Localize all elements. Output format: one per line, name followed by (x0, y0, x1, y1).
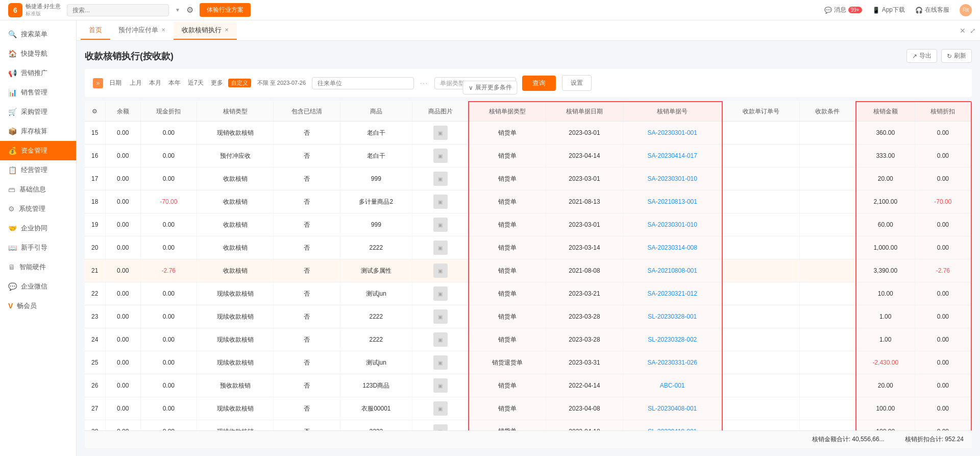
row-bill-no[interactable]: SA-20230301-010 (623, 213, 722, 236)
sidebar-item-sales[interactable]: 📊 销售管理 (0, 83, 76, 102)
sidebar-item-nav[interactable]: 🏠 快捷导航 (0, 44, 76, 63)
bill-no-link[interactable]: SA-20230301-010 (647, 221, 697, 228)
row-collection-condition (799, 420, 856, 431)
row-verify-amount: 333.00 (856, 145, 915, 167)
row-goods: 老白干 (340, 145, 412, 167)
online-service-link[interactable]: 🎧 在线客服 (915, 6, 949, 14)
row-bill-no[interactable]: SA-20210808-001 (623, 259, 722, 282)
bill-no-link[interactable]: SA-20230301-010 (647, 175, 697, 182)
top-search-input[interactable] (67, 4, 169, 16)
query-button[interactable]: 查询 (522, 76, 556, 91)
row-bill-no[interactable]: SL-20230328-002 (623, 328, 722, 351)
row-num: 16 (85, 145, 105, 167)
row-verify-amount: 10.00 (856, 282, 915, 305)
bill-no-link[interactable]: SA-20230301-001 (647, 129, 697, 136)
trial-button[interactable]: 体验行业方案 (200, 3, 251, 17)
bill-no-link[interactable]: SA-20230321-012 (647, 290, 697, 297)
page-header: 收款核销执行(按收款) ↗ 导出 ↻ 刷新 (85, 49, 972, 63)
filter-area: » 日期 上月 本月 本年 近7天 更多 自定义 不限 至 2023-07-26… (85, 69, 972, 97)
row-bill-no[interactable]: SL-20230328-001 (623, 305, 722, 328)
row-bill-no[interactable]: SL-20230418-001 (623, 420, 722, 431)
filter-toggle-button[interactable]: » (93, 78, 103, 88)
sidebar-item-guide[interactable]: 📖 新手引导 (0, 238, 76, 257)
row-num: 18 (85, 190, 105, 213)
app-download-link[interactable]: 📱 App下载 (872, 6, 905, 14)
date-last-month[interactable]: 上月 (128, 78, 144, 88)
bill-no-link[interactable]: SL-20230408-001 (648, 405, 697, 412)
row-verify-discount: -2.76 (915, 259, 971, 282)
sidebar-label-basic: 基础信息 (19, 185, 46, 194)
row-goods-img: ▣ (412, 282, 469, 305)
sidebar-item-finance[interactable]: 💰 资金管理 (0, 141, 76, 160)
tab-collection-close[interactable]: ✕ (225, 27, 229, 33)
date-this-year[interactable]: 本年 (166, 78, 183, 88)
row-bill-no[interactable]: SA-20230301-001 (623, 122, 722, 145)
tab-prepay[interactable]: 预付冲应付单 ✕ (110, 21, 174, 40)
sidebar-item-collab[interactable]: 🤝 企业协同 (0, 219, 76, 238)
search-dropdown-icon[interactable]: ▼ (175, 7, 180, 13)
row-num: 17 (85, 167, 105, 190)
sidebar-item-system[interactable]: ⚙ 系统管理 (0, 199, 76, 219)
tab-collection[interactable]: 收款核销执行 ✕ (174, 21, 237, 40)
row-goods: 999 (340, 213, 412, 236)
message-icon: 💬 (824, 7, 832, 14)
row-bill-type: 销货单 (469, 122, 546, 145)
row-bill-no[interactable]: SA-20210813-001 (623, 190, 722, 213)
row-verify-amount: 1.00 (856, 305, 915, 328)
row-bill-no[interactable]: SA-20230321-012 (623, 282, 722, 305)
bill-no-link[interactable]: SA-20230314-008 (647, 244, 697, 251)
bill-no-link[interactable]: SL-20230328-002 (648, 336, 697, 343)
row-verify-type: 预付冲应收 (197, 145, 274, 167)
date-more[interactable]: 更多 (209, 78, 225, 88)
row-goods: 测试jun (340, 351, 412, 374)
row-bill-no[interactable]: SA-20230331-026 (623, 351, 722, 374)
sidebar-item-inventory[interactable]: 📦 库存核算 (0, 122, 76, 141)
tab-home[interactable]: 首页 (81, 21, 110, 40)
refresh-button[interactable]: ↻ 刷新 (941, 49, 972, 63)
row-verify-discount: 0.00 (915, 305, 971, 328)
bill-no-link[interactable]: SA-20230414-017 (647, 152, 697, 159)
sidebar-item-search[interactable]: 🔍 搜索菜单 (0, 25, 76, 44)
sidebar-item-operations[interactable]: 📋 经营管理 (0, 160, 76, 180)
row-bill-date: 2023-03-28 (546, 328, 623, 351)
row-verify-amount: 360.00 (856, 122, 915, 145)
sidebar-item-purchase[interactable]: 🛒 采购管理 (0, 102, 76, 122)
sidebar-item-member[interactable]: V 畅会员 (0, 296, 76, 316)
row-collection-order (722, 145, 799, 167)
table-settings-button[interactable]: 设置 (562, 75, 592, 91)
row-collection-order (722, 190, 799, 213)
bill-no-link[interactable]: SA-20210808-001 (647, 267, 697, 274)
table-scroll[interactable]: ⚙ 余额 现金折扣 核销类型 包含已结清 商品 商品图片 核销单据类型 核销单据… (85, 101, 972, 430)
tab-prepay-close[interactable]: ✕ (161, 27, 165, 33)
row-goods-img: ▣ (412, 259, 469, 282)
row-bill-no[interactable]: SA-20230414-017 (623, 145, 722, 167)
row-bill-no[interactable]: ABC-001 (623, 374, 722, 397)
sidebar-item-wechat[interactable]: 💬 企业微信 (0, 277, 76, 296)
user-avatar[interactable]: Rit (960, 4, 972, 16)
date-7days[interactable]: 近7天 (186, 78, 206, 88)
date-this-month[interactable]: 本月 (147, 78, 163, 88)
settings-icon[interactable]: ⚙ (186, 5, 193, 15)
partner-input[interactable] (312, 77, 414, 89)
export-button[interactable]: ↗ 导出 (906, 49, 937, 63)
th-bill-no: 核销单据号 (623, 102, 722, 122)
expand-more-btn[interactable]: ∨ 展开更多条件 (463, 81, 518, 94)
message-area[interactable]: 💬 消息 99+ (824, 6, 862, 14)
row-verify-type: 收款核销 (197, 167, 274, 190)
table-row: 15 0.00 0.00 现销收款核销 否 老白干 ▣ 销货单 2023-03-… (85, 122, 971, 145)
row-bill-no[interactable]: SA-20230314-008 (623, 236, 722, 259)
bill-no-link[interactable]: SL-20230328-001 (648, 313, 697, 320)
marketing-icon: 📢 (8, 69, 17, 77)
bill-no-link[interactable]: SA-20210813-001 (647, 198, 697, 205)
sidebar-item-hardware[interactable]: 🖥 智能硬件 (0, 257, 76, 277)
expand-tab-icon[interactable]: ⤢ (970, 27, 976, 35)
bill-no-link[interactable]: ABC-001 (660, 382, 685, 389)
row-bill-no[interactable]: SA-20230301-010 (623, 167, 722, 190)
row-bill-no[interactable]: SL-20230408-001 (623, 397, 722, 420)
row-balance: 0.00 (105, 397, 140, 420)
date-custom-btn[interactable]: 自定义 (228, 79, 251, 87)
bill-no-link[interactable]: SA-20230331-026 (647, 359, 697, 366)
close-all-icon[interactable]: ✕ (960, 27, 966, 35)
sidebar-item-basic[interactable]: 🗃 基础信息 (0, 180, 76, 199)
sidebar-item-marketing[interactable]: 📢 营销推广 (0, 63, 76, 83)
